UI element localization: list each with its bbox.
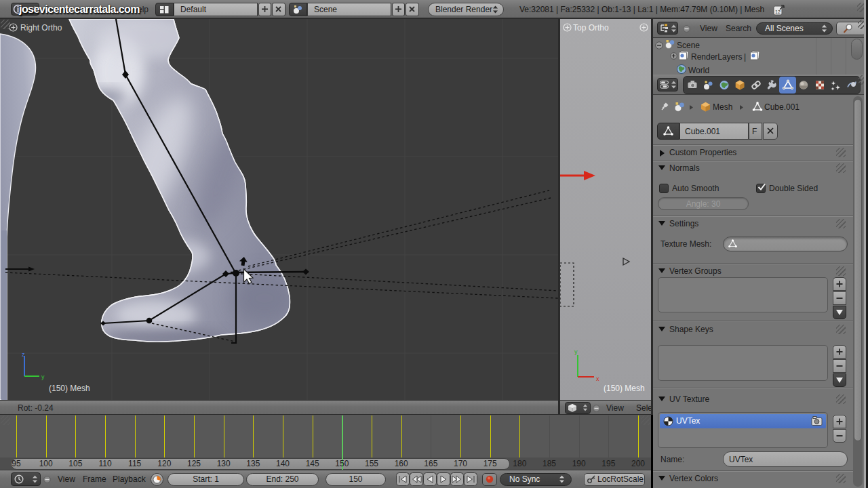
svg-text:x: x — [596, 375, 599, 382]
svg-text:y: y — [574, 348, 578, 355]
svg-text:y: y — [41, 373, 45, 380]
svg-text:z: z — [22, 351, 25, 358]
svg-text:12: 12 — [775, 9, 781, 14]
